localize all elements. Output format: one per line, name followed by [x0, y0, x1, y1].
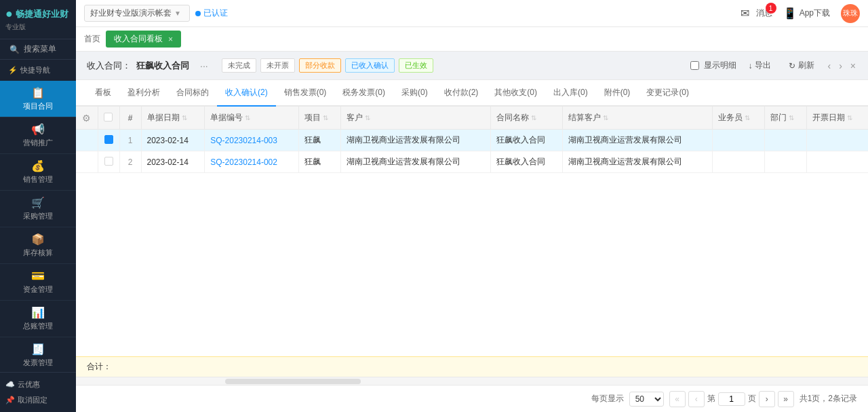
page-header-right: 显示明细 ↓ 导出 ↻ 刷新 ‹ › ×: [690, 57, 857, 74]
user-menu[interactable]: 珠珠: [841, 4, 860, 23]
sort-end-customer-icon[interactable]: ⇅: [603, 114, 608, 121]
tab-payment[interactable]: 收付款(2): [436, 80, 487, 107]
active-tab-button[interactable]: 收入合同看板 ×: [106, 31, 181, 48]
sidebar-item-sales[interactable]: 💰 销售管理: [0, 154, 76, 191]
sort-date-icon[interactable]: ⇅: [182, 114, 187, 121]
page-first-button[interactable]: «: [669, 391, 686, 407]
cell-billno[interactable]: SQ-20230214-003: [205, 130, 298, 151]
status-incomplete[interactable]: 未完成: [222, 58, 256, 73]
tab-confirm[interactable]: 收入确认(2): [217, 80, 276, 107]
page-input[interactable]: [718, 392, 745, 406]
cell-project: 狂飙: [298, 151, 340, 173]
cell-billno[interactable]: SQ-20230214-002: [205, 151, 298, 173]
nav-close-button[interactable]: ×: [850, 60, 856, 71]
page-title-prefix: 收入合同：: [87, 60, 131, 72]
export-button[interactable]: ↓ 导出: [742, 57, 777, 74]
tab-profit[interactable]: 盈利分析: [119, 80, 168, 107]
sidebar-item-fund[interactable]: 💳 资金管理: [0, 264, 76, 301]
refresh-button[interactable]: ↻ 刷新: [783, 57, 821, 74]
show-detail-check[interactable]: [690, 61, 699, 70]
select-all-checkbox[interactable]: [104, 113, 113, 121]
nav-next-button[interactable]: ›: [839, 60, 842, 71]
sidebar: ● 畅捷通好业财 专业版 🔍 搜索菜单 ⚡ 快捷导航 📋 项目合同 📢 营销推广…: [0, 0, 76, 412]
cell-gear: [76, 130, 98, 151]
pin-icon: 📌: [5, 396, 15, 405]
company-selector[interactable]: 好业财专业版演示帐套 ▼: [84, 5, 190, 22]
tab-overview[interactable]: 看板: [87, 80, 119, 107]
row-checkbox[interactable]: [104, 135, 113, 144]
row-checkbox[interactable]: [104, 157, 113, 166]
message-button[interactable]: ✉ 1 消息: [741, 7, 772, 20]
tab-sales-invoice[interactable]: 销售发票(0): [276, 80, 335, 107]
inventory-icon: 📦: [31, 233, 45, 246]
page-size-select[interactable]: 20 50 100: [629, 392, 664, 407]
show-detail-checkbox[interactable]: 显示明细: [690, 60, 736, 71]
cell-end-customer: 湖南卫视商业运营发展有限公司: [563, 151, 713, 173]
tab-other[interactable]: 其他收支(0): [486, 80, 545, 107]
tab-changes[interactable]: 变更记录(0): [638, 80, 697, 107]
avatar: 珠珠: [841, 4, 860, 23]
settings-icon[interactable]: ⚙: [82, 113, 91, 124]
tab-warehouse[interactable]: 出入库(0): [545, 80, 596, 107]
sort-contract-icon[interactable]: ⇅: [531, 114, 536, 121]
sidebar-quick-nav[interactable]: ⚡ 快捷导航: [0, 60, 76, 81]
search-icon: 🔍: [9, 45, 20, 54]
col-end-customer[interactable]: 结算客户 ⇅: [563, 107, 713, 130]
app-download-button[interactable]: 📱 App下载: [783, 7, 830, 20]
col-invoice-date[interactable]: 开票日期 ⇅: [807, 107, 868, 130]
sidebar-search[interactable]: 🔍 搜索菜单: [0, 39, 76, 60]
sort-customer-icon[interactable]: ⇅: [365, 114, 370, 121]
cell-checkbox[interactable]: [98, 151, 119, 173]
close-tab-icon[interactable]: ×: [168, 35, 173, 44]
sort-invoice-date-icon[interactable]: ⇅: [847, 114, 852, 121]
col-project[interactable]: 项目 ⇅: [298, 107, 340, 130]
tab-contract[interactable]: 合同标的: [168, 80, 217, 107]
col-contract[interactable]: 合同名称 ⇅: [490, 107, 562, 130]
status-uninvoiced[interactable]: 未开票: [260, 58, 295, 73]
sidebar-item-project[interactable]: 📋 项目合同: [0, 81, 76, 117]
nav-prev-button[interactable]: ‹: [827, 60, 831, 71]
col-customer[interactable]: 客户 ⇅: [340, 107, 490, 130]
sidebar-item-marketing[interactable]: 📢 营销推广: [0, 117, 76, 154]
tab-tax-invoice[interactable]: 税务发票(0): [334, 80, 393, 107]
table-footer: 合计：: [76, 356, 868, 377]
window-controls: ‹ › ×: [826, 60, 857, 71]
status-partial[interactable]: 部分收款: [299, 58, 341, 73]
scrollbar-thumb[interactable]: [225, 379, 361, 384]
sort-dept-icon[interactable]: ⇅: [789, 114, 794, 121]
sidebar-cloud-discount[interactable]: ☁️ 云优惠: [5, 377, 71, 392]
sidebar-item-general[interactable]: 📊 总账管理: [0, 301, 76, 337]
cell-checkbox[interactable]: [98, 130, 119, 151]
billno-link[interactable]: SQ-20230214-002: [210, 157, 277, 167]
tab-purchase[interactable]: 采购(0): [393, 80, 436, 107]
sidebar-unpin[interactable]: 📌 取消固定: [5, 392, 71, 408]
status-confirmed[interactable]: 已收入确认: [345, 58, 395, 73]
tab-attachment[interactable]: 附件(0): [596, 80, 639, 107]
breadcrumb-home[interactable]: 首页: [84, 33, 100, 45]
data-table: ⚙ # 单据日期 ⇅: [76, 107, 868, 173]
sort-salesman-icon[interactable]: ⇅: [745, 114, 750, 121]
scrollbar-area[interactable]: [76, 377, 868, 385]
billno-link[interactable]: SQ-20230214-003: [210, 136, 277, 145]
col-salesman[interactable]: 业务员 ⇅: [713, 107, 765, 130]
sort-billno-icon[interactable]: ⇅: [245, 114, 250, 121]
sort-project-icon[interactable]: ⇅: [323, 114, 328, 121]
col-date[interactable]: 单据日期 ⇅: [141, 107, 205, 130]
page-suffix: 页: [748, 393, 756, 405]
table-row: 2 2023-02-14 SQ-20230214-002 狂飙 湖南卫视商业运营…: [76, 151, 868, 173]
page-last-button[interactable]: »: [778, 391, 794, 407]
sidebar-item-inventory[interactable]: 📦 库存核算: [0, 227, 76, 264]
footer-total-label: 合计：: [87, 361, 111, 373]
page-more-button[interactable]: ···: [200, 60, 208, 71]
col-dept[interactable]: 部门 ⇅: [765, 107, 807, 130]
status-active[interactable]: 已生效: [399, 58, 433, 73]
marketing-icon: 📢: [31, 123, 45, 136]
sidebar-item-purchase[interactable]: 🛒 采购管理: [0, 191, 76, 227]
page-prev-button[interactable]: ‹: [688, 391, 705, 407]
page-next-button[interactable]: ›: [759, 391, 775, 407]
tabs-bar: 看板 盈利分析 合同标的 收入确认(2) 销售发票(0) 税务发票(0) 采购(…: [76, 80, 868, 107]
sidebar-item-invoice[interactable]: 🧾 发票管理: [0, 337, 76, 372]
cell-end-customer: 湖南卫视商业运营发展有限公司: [563, 130, 713, 151]
chevron-down-icon: ▼: [174, 10, 181, 17]
col-billno[interactable]: 单据编号 ⇅: [205, 107, 298, 130]
